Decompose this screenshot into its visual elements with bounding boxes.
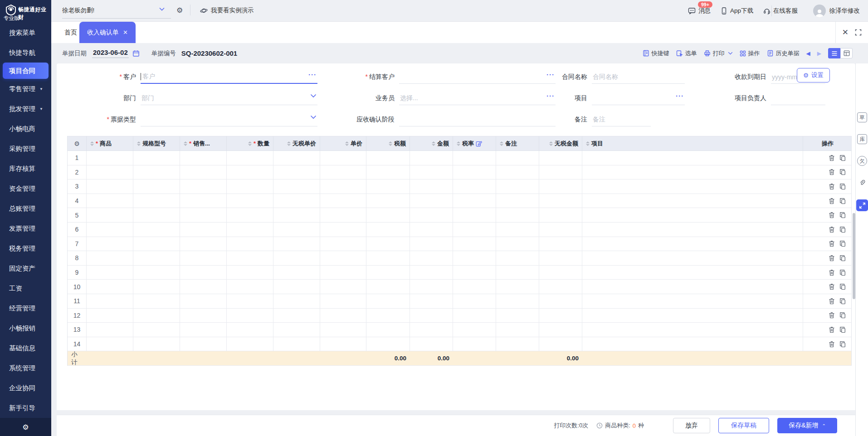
- list-view-button[interactable]: [828, 48, 840, 58]
- sort-icon[interactable]: [549, 141, 553, 146]
- doc-date-value[interactable]: 2023-06-02: [92, 48, 129, 58]
- cell[interactable]: [410, 151, 453, 165]
- cell[interactable]: [366, 337, 410, 351]
- trash-icon[interactable]: [829, 198, 835, 204]
- cell[interactable]: [582, 337, 803, 351]
- cell[interactable]: [227, 309, 273, 323]
- sort-icon[interactable]: [500, 141, 503, 146]
- cell[interactable]: [582, 266, 803, 280]
- cell[interactable]: [273, 223, 320, 237]
- cell[interactable]: [180, 337, 227, 351]
- cell[interactable]: [273, 337, 320, 351]
- sidebar-item-5[interactable]: 批发管理▼: [0, 99, 51, 119]
- inventory-icon[interactable]: 库: [857, 134, 867, 144]
- copy-icon[interactable]: [839, 298, 846, 305]
- cell[interactable]: [227, 223, 273, 237]
- cell[interactable]: [87, 251, 133, 265]
- field-input[interactable]: 备注: [592, 113, 651, 126]
- cell[interactable]: [539, 309, 582, 323]
- ellipsis-picker-icon[interactable]: ···: [308, 73, 317, 77]
- edit-square-icon[interactable]: [476, 140, 482, 147]
- cell[interactable]: [133, 323, 180, 337]
- cell[interactable]: [180, 237, 227, 251]
- sidebar-item-12[interactable]: 税务管理: [0, 238, 51, 258]
- cell[interactable]: [320, 337, 366, 351]
- cell[interactable]: [366, 165, 410, 179]
- sidebar-item-3[interactable]: 项目合同: [3, 63, 49, 79]
- cell[interactable]: [180, 280, 227, 294]
- cell[interactable]: [320, 165, 366, 179]
- sort-icon[interactable]: [137, 141, 141, 146]
- cell[interactable]: [582, 208, 803, 222]
- cell[interactable]: [87, 179, 133, 194]
- cell[interactable]: [87, 294, 133, 308]
- cell[interactable]: [366, 266, 410, 280]
- ellipsis-picker-icon[interactable]: ···: [676, 94, 684, 98]
- column-header-税额[interactable]: 税额: [366, 136, 410, 150]
- cell[interactable]: [320, 179, 366, 194]
- cell[interactable]: [582, 309, 803, 323]
- sidebar-item-16[interactable]: 小畅报销: [0, 318, 51, 338]
- cell[interactable]: [366, 251, 410, 265]
- cell[interactable]: [227, 165, 273, 179]
- cell[interactable]: [496, 280, 539, 294]
- copy-icon[interactable]: [839, 312, 846, 319]
- column-header-无税金额[interactable]: 无税金额: [539, 136, 582, 150]
- gear-icon[interactable]: ⚙: [74, 140, 80, 147]
- sidebar-item-18[interactable]: 系统管理: [0, 358, 51, 378]
- cell[interactable]: [410, 223, 453, 237]
- copy-icon[interactable]: [839, 212, 846, 218]
- cell[interactable]: [320, 194, 366, 208]
- copy-icon[interactable]: [839, 226, 846, 233]
- cell[interactable]: [273, 165, 320, 179]
- cell[interactable]: [180, 323, 227, 337]
- trash-icon[interactable]: [829, 326, 835, 333]
- chevron-down-icon[interactable]: [310, 115, 317, 119]
- cell[interactable]: [410, 337, 453, 351]
- cell[interactable]: [273, 294, 320, 308]
- user-menu[interactable]: 徐泽华修改: [813, 0, 860, 22]
- cell[interactable]: [87, 223, 133, 237]
- cell[interactable]: [496, 337, 539, 351]
- cell[interactable]: [133, 237, 180, 251]
- discard-button[interactable]: 放弃: [673, 418, 710, 433]
- cell[interactable]: [87, 266, 133, 280]
- cell[interactable]: [320, 237, 366, 251]
- cell[interactable]: [133, 208, 180, 222]
- cell[interactable]: [453, 151, 496, 165]
- cell[interactable]: [453, 323, 496, 337]
- tab-income-confirmation[interactable]: 收入确认单 ✕: [79, 22, 136, 43]
- toolbar-action-打印[interactable]: 打印: [704, 49, 733, 58]
- cell[interactable]: [453, 237, 496, 251]
- copy-icon[interactable]: [839, 269, 846, 276]
- cell[interactable]: [273, 309, 320, 323]
- cell[interactable]: [180, 194, 227, 208]
- cell[interactable]: [453, 208, 496, 222]
- cell[interactable]: [539, 337, 582, 351]
- column-header-商品[interactable]: *商品: [87, 136, 133, 150]
- save-draft-button[interactable]: 保存草稿: [718, 418, 769, 433]
- column-header-销售...[interactable]: *销售...: [180, 136, 227, 150]
- trash-icon[interactable]: [829, 255, 835, 262]
- copy-icon[interactable]: [839, 155, 846, 161]
- cell[interactable]: [496, 294, 539, 308]
- cell[interactable]: [496, 223, 539, 237]
- cell[interactable]: [87, 165, 133, 179]
- cell[interactable]: [453, 266, 496, 280]
- cell[interactable]: [453, 194, 496, 208]
- cell[interactable]: [366, 323, 410, 337]
- cell[interactable]: [496, 151, 539, 165]
- cell[interactable]: [320, 208, 366, 222]
- cell[interactable]: [410, 266, 453, 280]
- cell[interactable]: [410, 165, 453, 179]
- copy-icon[interactable]: [839, 255, 846, 262]
- cell[interactable]: [496, 165, 539, 179]
- cell[interactable]: [453, 165, 496, 179]
- sidebar-item-10[interactable]: 总账管理: [0, 199, 51, 218]
- cell[interactable]: [453, 337, 496, 351]
- cell[interactable]: [133, 223, 180, 237]
- column-header-项目[interactable]: 项目: [582, 136, 803, 150]
- app-download-button[interactable]: App下载: [721, 7, 753, 15]
- field-input[interactable]: [141, 113, 317, 126]
- trash-icon[interactable]: [829, 269, 835, 276]
